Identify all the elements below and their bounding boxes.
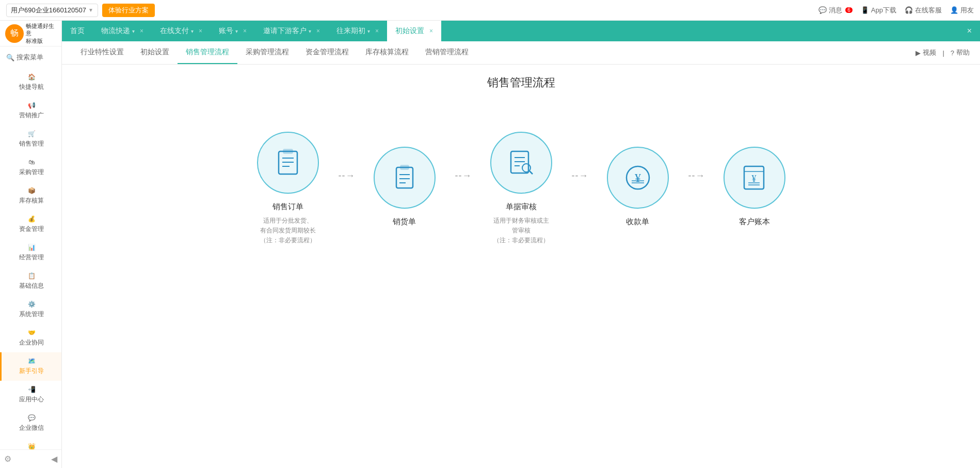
video-icon: ▶ xyxy=(915,49,921,57)
flow-step-review[interactable]: 单据审核 适用于财务审核或主管审核（注：非必要流程） xyxy=(475,132,568,246)
home-icon: 🏠 xyxy=(28,73,36,81)
close-tab-icon[interactable]: × xyxy=(375,27,379,35)
search-icon: 🔍 xyxy=(6,54,14,61)
dropdown-icon: ▾ xyxy=(235,28,238,34)
sub-tabs-right: ▶ 视频 | ? 帮助 xyxy=(915,48,970,57)
document-lines-icon xyxy=(272,147,303,178)
svg-rect-4 xyxy=(283,149,293,153)
sidebar-item-label: 采购管理 xyxy=(19,168,44,177)
nav-tab-past-period[interactable]: 往来期初 ▾ × xyxy=(328,21,387,41)
nav-tab-account[interactable]: 账号 ▾ × xyxy=(211,21,255,41)
collapse-sidebar-icon[interactable]: ◀ xyxy=(51,454,57,464)
message-icon: 💬 xyxy=(818,6,827,14)
sub-tabs-left: 行业特性设置 初始设置 销售管理流程 采购管理流程 资金管理流程 库存核算流程 xyxy=(72,41,477,64)
sub-tab-capital-flow[interactable]: 资金管理流程 xyxy=(297,41,357,64)
sub-tab-industry[interactable]: 行业特性设置 xyxy=(72,41,132,64)
enterprise-icon: 🤝 xyxy=(28,329,36,336)
dropdown-arrow-icon: ▼ xyxy=(88,7,93,13)
sidebar-item-app-center[interactable]: 📲 应用中心 xyxy=(0,381,61,409)
search-menu-button[interactable]: 🔍 搜索菜单 xyxy=(4,51,57,64)
nav-tab-logistics[interactable]: 物流快递 ▾ × xyxy=(93,21,152,41)
sidebar-item-guide[interactable]: 🗺️ 新手引导 xyxy=(0,352,61,381)
sidebar-item-label: 新手引导 xyxy=(19,367,44,376)
user-profile[interactable]: 👤 用友 xyxy=(950,6,974,15)
nav-tab-online-pay[interactable]: 在线支付 ▾ × xyxy=(152,21,211,41)
close-tab-icon[interactable]: × xyxy=(429,27,433,35)
sub-tab-sales-flow[interactable]: 销售管理流程 xyxy=(178,41,237,64)
sidebar-item-label: 快捷导航 xyxy=(19,83,44,91)
member-icon: 👑 xyxy=(28,443,36,449)
sidebar-item-system[interactable]: ⚙️ 系统管理 xyxy=(0,295,61,324)
nav-tabs-bar: 首页 物流快递 ▾ × 在线支付 ▾ × 账号 ▾ × 邀请下游客户 ▾ × xyxy=(62,21,980,41)
sidebar-item-basic[interactable]: 📋 基础信息 xyxy=(0,267,61,295)
sidebar-item-member[interactable]: 👑 畅会员 xyxy=(0,438,61,449)
sidebar-item-label: 系统管理 xyxy=(19,310,44,319)
document-search-icon xyxy=(506,147,537,178)
close-all-tabs-button[interactable]: × xyxy=(959,21,980,41)
message-label: 消息 xyxy=(829,6,842,15)
close-tab-icon[interactable]: × xyxy=(243,27,247,35)
sales-icon: 🛒 xyxy=(28,130,36,137)
dropdown-icon: ▾ xyxy=(132,28,135,34)
nav-tab-initial-setup[interactable]: 初始设置 × xyxy=(387,21,441,41)
flow-step-ledger[interactable]: ¥ 客户账本 xyxy=(708,147,801,231)
sidebar-item-label: 企业微信 xyxy=(19,424,44,432)
guide-icon: 🗺️ xyxy=(28,357,36,365)
flow-step-shipment[interactable]: 销货单 xyxy=(358,147,451,231)
sidebar-item-marketing[interactable]: 📢 营销推广 xyxy=(0,97,61,125)
sidebar-nav: 🏠 快捷导航 📢 营销推广 🛒 销售管理 🛍 采购管理 📦 库存核算 💰 xyxy=(0,68,61,449)
sidebar-item-inventory[interactable]: 📦 库存核算 xyxy=(0,182,61,210)
close-tab-icon[interactable]: × xyxy=(140,27,143,35)
app-download-label: App下载 xyxy=(871,6,896,15)
svg-point-14 xyxy=(522,164,531,172)
settings-icon[interactable]: ⚙ xyxy=(4,454,11,464)
close-tab-icon[interactable]: × xyxy=(316,27,320,35)
help-button[interactable]: ? 帮助 xyxy=(951,48,970,57)
nav-tab-label: 账号 xyxy=(219,26,233,36)
close-tab-icon[interactable]: × xyxy=(199,27,202,35)
avatar: 👤 xyxy=(950,6,958,14)
online-service-label: 在线客服 xyxy=(915,6,942,15)
yen-circle-icon: ¥ xyxy=(622,162,653,193)
sidebar-item-ops[interactable]: 📊 经营管理 xyxy=(0,239,61,267)
nav-tab-label: 物流快递 xyxy=(101,26,130,36)
app-layout: 畅 畅捷通好生意 标准版 🔍 搜索菜单 🏠 快捷导航 📢 营销推广 🛒 xyxy=(0,21,980,468)
experience-button[interactable]: 体验行业方案 xyxy=(102,4,155,17)
sidebar-item-wechat[interactable]: 💬 企业微信 xyxy=(0,409,61,438)
inventory-icon: 📦 xyxy=(28,187,36,194)
nav-tab-invite[interactable]: 邀请下游客户 ▾ × xyxy=(255,21,328,41)
sidebar-logo: 畅 畅捷通好生意 标准版 xyxy=(0,21,61,46)
flow-arrow-2: - - → xyxy=(451,170,475,181)
nav-tab-home[interactable]: 首页 xyxy=(62,21,93,41)
app-download-item[interactable]: 📱 App下载 xyxy=(861,6,896,15)
sidebar-search-area: 🔍 搜索菜单 xyxy=(0,46,61,68)
sidebar-item-quick-nav[interactable]: 🏠 快捷导航 xyxy=(0,68,61,97)
sidebar-item-sales[interactable]: 🛒 销售管理 xyxy=(0,125,61,153)
video-help-button[interactable]: ▶ 视频 xyxy=(915,48,936,57)
flow-step-receipt[interactable]: ¥ 收款单 xyxy=(591,147,684,231)
svg-rect-5 xyxy=(396,167,413,188)
sub-tab-initial[interactable]: 初始设置 xyxy=(132,41,178,64)
sidebar-item-label: 基础信息 xyxy=(19,282,44,290)
user-selector[interactable]: 用户690企业1660120507 ▼ xyxy=(6,4,98,17)
page-title: 销售管理流程 xyxy=(72,75,970,90)
sidebar-item-purchase[interactable]: 🛍 采购管理 xyxy=(0,153,61,182)
sub-tab-purchase-flow[interactable]: 采购管理流程 xyxy=(237,41,297,64)
online-service-item[interactable]: 🎧 在线客服 xyxy=(905,6,942,15)
sidebar-item-label: 销售管理 xyxy=(19,139,44,148)
message-item[interactable]: 💬 消息 6 xyxy=(818,6,853,15)
sub-tab-sales-mgmt-flow[interactable]: 营销管理流程 xyxy=(417,41,477,64)
flow-step-sales-order[interactable]: 销售订单 适用于分批发货、有合同发货周期较长（注：非必要流程） xyxy=(242,132,334,246)
sidebar-item-label: 资金管理 xyxy=(19,225,44,233)
svg-rect-6 xyxy=(400,165,409,169)
flow-circle-sales-order xyxy=(257,132,319,194)
sub-tab-inventory-flow[interactable]: 库存核算流程 xyxy=(357,41,417,64)
ledger-yen-icon: ¥ xyxy=(739,162,770,193)
purchase-icon: 🛍 xyxy=(28,159,35,166)
flow-step-label: 销售订单 xyxy=(272,202,303,212)
nav-tab-label: 邀请下游客户 xyxy=(263,26,307,36)
sidebar-item-finance[interactable]: 💰 资金管理 xyxy=(0,210,61,239)
main-content: 首页 物流快递 ▾ × 在线支付 ▾ × 账号 ▾ × 邀请下游客户 ▾ × xyxy=(62,21,980,468)
top-bar-right: 💬 消息 6 📱 App下载 🎧 在线客服 👤 用友 xyxy=(818,6,974,15)
sidebar-item-enterprise[interactable]: 🤝 企业协同 xyxy=(0,324,61,352)
